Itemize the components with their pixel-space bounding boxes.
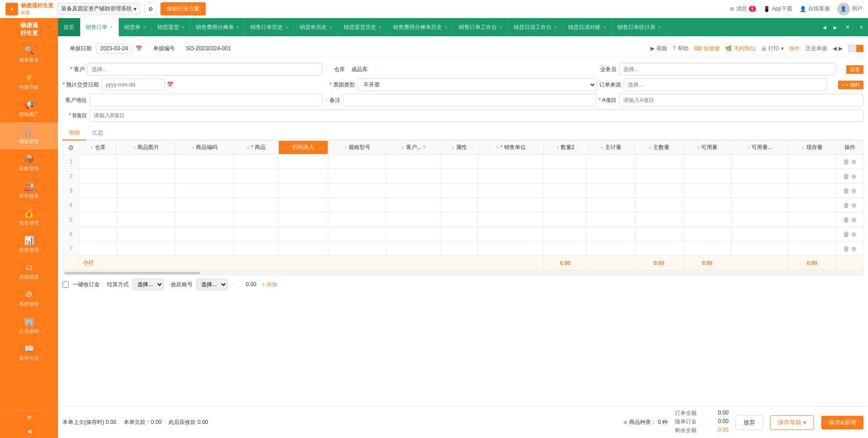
tab-sales-invoice[interactable]: 销货单 × (119, 18, 152, 36)
row-6-goods[interactable] (234, 227, 278, 241)
row-4-scan[interactable] (278, 198, 328, 212)
row-6-available2[interactable] (731, 227, 788, 241)
sidebar-item-search[interactable]: 🔍 搜索菜单 (0, 41, 58, 68)
method-select[interactable]: 选择... (132, 279, 164, 290)
sidebar-item-business[interactable]: 📊 经营管理 (0, 231, 58, 258)
tab-cost-history-close[interactable]: × (445, 25, 447, 30)
row-4-copy-btn[interactable]: ⊕ (851, 202, 857, 209)
row-7-code[interactable] (175, 241, 234, 256)
tab-daily-workbench[interactable]: 钱货日清工作台 × (508, 18, 563, 36)
form-view-btn[interactable] (856, 45, 863, 52)
tab-sales-order-close[interactable]: × (110, 25, 113, 30)
tab-order-workbench[interactable]: 销售订单工作台 × (453, 18, 508, 36)
row-2-available[interactable] (683, 169, 731, 183)
row-5-delete-btn[interactable]: 🗑 (843, 216, 849, 223)
a-project-input[interactable] (619, 94, 863, 106)
row-2-unit[interactable] (478, 169, 543, 183)
row-4-image[interactable] (117, 198, 175, 212)
row-3-code[interactable] (175, 183, 234, 198)
row-6-code[interactable] (175, 227, 234, 241)
row-1-image[interactable] (117, 154, 175, 169)
row-6-main-unit[interactable] (587, 227, 635, 241)
tab-daily-reconcile-close[interactable]: × (603, 25, 606, 30)
row-3-attr[interactable] (441, 183, 478, 198)
tab-invoice-history[interactable]: 销货单历史 × (294, 18, 338, 36)
row-4-customer-code[interactable] (386, 198, 440, 212)
operation-btn[interactable]: 操作 (789, 45, 800, 53)
sidebar-item-guide[interactable]: 📖 新手引导 (0, 339, 58, 366)
row-3-copy-btn[interactable]: ⊕ (851, 187, 857, 194)
discard-btn[interactable]: 放弃 (736, 415, 763, 430)
row-1-warehouse[interactable] (79, 154, 117, 169)
row-4-code[interactable] (175, 198, 234, 212)
tab-cost-split[interactable]: 销售费用分摊单 × (190, 18, 245, 36)
help-btn[interactable]: ? 帮助 (673, 45, 689, 53)
row-3-available2[interactable] (731, 183, 788, 198)
sidebar-item-enterprise[interactable]: 🏢 企业协同 (0, 312, 58, 339)
row-3-image[interactable] (117, 183, 175, 198)
staff-input[interactable] (619, 63, 835, 76)
row-7-qty2[interactable] (543, 241, 587, 256)
row-2-delete-btn[interactable]: 🗑 (843, 173, 849, 180)
row-3-warehouse[interactable] (79, 183, 117, 198)
row-6-attr[interactable] (441, 227, 478, 241)
sidebar-item-finance[interactable]: 💰 资金管理 (0, 204, 58, 231)
col-settings-icon[interactable]: ⚙ (68, 144, 74, 151)
row-1-scan[interactable] (278, 154, 328, 169)
account-select[interactable]: 选择... (196, 279, 228, 290)
sidebar-item-marketing[interactable]: 📢 营销推广 (0, 95, 58, 122)
row-2-attr[interactable] (441, 169, 478, 183)
row-3-delete-btn[interactable]: 🗑 (843, 187, 849, 194)
sidebar-item-inventory[interactable]: 🏭 库存核算 (0, 177, 58, 204)
nav-close-all-btn[interactable]: ✕ (841, 18, 854, 36)
tab-return-history[interactable]: 销货退货历史 × (338, 18, 388, 36)
settings-gear-btn[interactable]: ⚙ (144, 3, 157, 15)
row-2-scan[interactable] (278, 169, 328, 183)
next-record-btn[interactable]: ▶ (839, 45, 843, 52)
delivery-date-field[interactable] (102, 79, 165, 91)
tab-home[interactable]: 首页 (58, 18, 80, 36)
tab-cost-split-close[interactable]: × (237, 25, 239, 30)
industry-btn[interactable]: 体验行业方案 (160, 2, 206, 15)
row-5-goods[interactable] (234, 212, 278, 227)
row-5-available2[interactable] (731, 212, 788, 227)
row-3-available[interactable] (683, 183, 731, 198)
row-1-main-qty[interactable] (635, 154, 683, 169)
row-7-scan[interactable] (278, 241, 328, 256)
row-4-unit[interactable] (478, 198, 543, 212)
row-3-unit[interactable] (478, 183, 543, 198)
row-7-image[interactable] (117, 241, 175, 256)
save-new-btn[interactable]: 保存&新增 (821, 416, 863, 429)
row-5-copy-btn[interactable]: ⊕ (851, 216, 857, 223)
customer-input[interactable] (87, 63, 322, 76)
address-input[interactable] (90, 94, 322, 106)
row-1-available[interactable] (683, 154, 731, 169)
row-7-customer-code[interactable] (386, 241, 440, 256)
b-project-input[interactable] (90, 109, 863, 122)
nav-next-btn[interactable]: ▶ (830, 18, 841, 36)
staff-more-btn[interactable]: ··· (835, 67, 843, 72)
print-btn[interactable]: 🖨 打印 ▾ (761, 45, 784, 53)
th-settings[interactable]: ⚙ (63, 141, 79, 154)
row-4-spec[interactable] (328, 198, 386, 212)
row-2-main-qty[interactable] (635, 169, 683, 183)
row-4-goods[interactable] (234, 198, 278, 212)
tab-order-history[interactable]: 销售订单历史 × (245, 18, 294, 36)
tab-sales-order[interactable]: 销售订单 × (80, 18, 119, 36)
tab-order-history-close[interactable]: × (286, 25, 288, 30)
sidebar-item-system[interactable]: ⚙ 系统管理 (0, 285, 58, 312)
address-more-btn[interactable]: ··· (322, 98, 330, 103)
scroll-bar[interactable] (64, 272, 200, 274)
tab-cost-history[interactable]: 销售费用分摊单历史 × (388, 18, 453, 36)
tab-detail[interactable]: 明细 (63, 126, 86, 140)
save-draft-btn[interactable]: 保存草稿 ▾ (770, 415, 814, 430)
row-1-qty2[interactable] (543, 154, 587, 169)
row-7-main-qty[interactable] (635, 241, 683, 256)
row-7-unit[interactable] (478, 241, 543, 256)
calendar-icon[interactable]: 📅 (136, 45, 142, 52)
row-1-customer-code[interactable] (386, 154, 440, 169)
row-3-spec[interactable] (328, 183, 386, 198)
row-3-scan[interactable] (278, 183, 328, 198)
row-2-spec[interactable] (328, 169, 386, 183)
row-1-unit[interactable] (478, 154, 543, 169)
